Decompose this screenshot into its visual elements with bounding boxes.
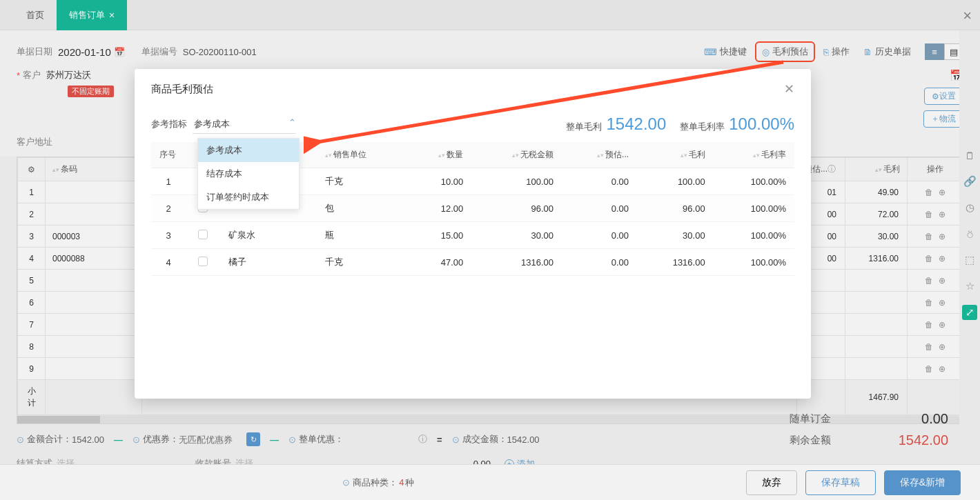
order-rate-label: 整单毛利率 [680,121,725,132]
col-profit: 毛利 [689,150,705,159]
table-row: 3矿泉水瓶15.0030.000.0030.00100.00% [151,222,794,249]
order-profit-label: 整单毛利 [566,121,602,132]
col-rate: 毛利率 [761,150,786,159]
dropdown-option[interactable]: 结存成本 [198,162,299,186]
dropdown-option[interactable]: 参考成本 [198,139,299,162]
sort-icon[interactable]: ▴▾ [325,153,332,157]
col-unit: 销售单位 [333,150,366,159]
select-value: 参考成本 [194,119,230,129]
col-est: 预估... [605,150,629,159]
checkbox[interactable] [198,230,208,239]
col-seq: 序号 [151,142,186,168]
dropdown-option[interactable]: 订单签约时成本 [198,186,299,209]
profit-estimate-modal: 商品毛利预估 ✕ 参考指标 参考成本 ⌃ 整单毛利1542.00 整单毛利率10… [135,69,811,399]
sort-icon[interactable]: ▴▾ [512,153,519,157]
reference-dropdown: 参考成本 结存成本 订单签约时成本 [197,138,300,210]
col-amount: 无税金额 [520,150,553,159]
checkbox[interactable] [198,257,208,266]
modal-close-icon[interactable]: ✕ [784,81,794,97]
filter-label: 参考指标 [151,118,187,130]
reference-select[interactable]: 参考成本 ⌃ [193,115,296,134]
sort-icon[interactable]: ▴▾ [680,153,687,157]
chevron-up-icon: ⌃ [288,117,296,128]
order-profit-value: 1542.00 [606,114,666,133]
sort-icon[interactable]: ▴▾ [753,153,760,157]
col-qty: 数量 [447,150,463,159]
sort-icon[interactable]: ▴▾ [438,153,445,157]
modal-title: 商品毛利预估 [151,83,213,96]
sort-icon[interactable]: ▴▾ [597,153,604,157]
order-rate-value: 100.00% [729,114,794,133]
table-row: 4橘子千克47.001316.000.001316.00100.00% [151,249,794,276]
